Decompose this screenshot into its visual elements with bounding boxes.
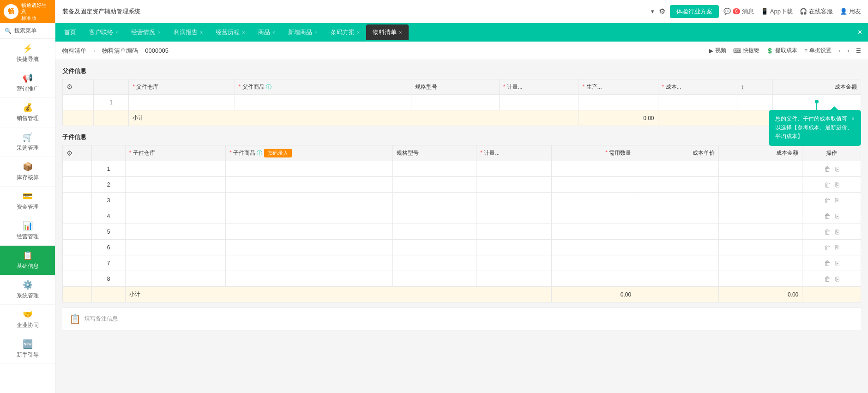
tab-barcode[interactable]: 条码方案 × bbox=[324, 24, 366, 40]
child-row-6-warehouse[interactable] bbox=[125, 240, 225, 255]
delete-row-5-button[interactable]: 🗑 bbox=[823, 228, 832, 236]
sidebar-item-inventory[interactable]: 📦 库存核算 bbox=[0, 157, 55, 187]
child-row-5-quantity[interactable] bbox=[552, 224, 635, 240]
delete-row-8-button[interactable]: 🗑 bbox=[823, 275, 832, 283]
sidebar-item-operations[interactable]: 📊 经营管理 bbox=[0, 216, 55, 246]
nav-next[interactable]: › bbox=[847, 48, 849, 54]
sidebar-item-quick-nav[interactable]: ⚡ 快捷导航 bbox=[0, 39, 55, 68]
tab-profit-close[interactable]: × bbox=[200, 30, 203, 35]
tab-bom-close[interactable]: × bbox=[399, 30, 402, 35]
child-row-7-warehouse[interactable] bbox=[125, 255, 225, 271]
child-row-4-warehouse[interactable] bbox=[125, 208, 225, 224]
app-download-item[interactable]: 📱 App下载 bbox=[761, 7, 793, 16]
online-service-item[interactable]: 🎧 在线客服 bbox=[800, 7, 833, 16]
delete-row-6-button[interactable]: 🗑 bbox=[823, 244, 832, 251]
delete-row-2-button[interactable]: 🗑 bbox=[823, 181, 832, 188]
delete-row-4-button[interactable]: 🗑 bbox=[823, 212, 832, 220]
delete-row-7-button[interactable]: 🗑 bbox=[823, 260, 832, 267]
child-row-2-unit[interactable] bbox=[476, 177, 552, 193]
copy-row-6-button[interactable]: ⎘ bbox=[834, 244, 840, 251]
child-row-8-unit[interactable] bbox=[476, 271, 552, 287]
sidebar-item-sales[interactable]: 💰 销售管理 bbox=[0, 98, 55, 127]
tab-history[interactable]: 经营历程 × bbox=[209, 24, 251, 40]
child-row-4-unit[interactable] bbox=[476, 208, 552, 224]
tab-new-goods-close[interactable]: × bbox=[314, 30, 317, 35]
copy-row-3-button[interactable]: ⎘ bbox=[834, 197, 840, 204]
child-row-8-warehouse[interactable] bbox=[125, 271, 225, 287]
parent-goods-info-icon[interactable]: ⓘ bbox=[266, 84, 271, 90]
delete-row-1-button[interactable]: 🗑 bbox=[823, 165, 832, 173]
child-row-8-goods[interactable] bbox=[226, 271, 393, 287]
child-row-2-quantity[interactable] bbox=[552, 177, 635, 193]
sidebar-item-purchase[interactable]: 🛒 采购管理 bbox=[0, 127, 55, 157]
child-row-1-goods[interactable] bbox=[226, 161, 393, 177]
child-row-5-warehouse[interactable] bbox=[125, 224, 225, 240]
note-icon[interactable]: 📋 bbox=[69, 314, 81, 325]
copy-row-4-button[interactable]: ⎘ bbox=[834, 212, 840, 220]
trial-button[interactable]: 体验行业方案 bbox=[670, 5, 719, 18]
child-row-6-goods[interactable] bbox=[226, 240, 393, 255]
parent-row-1-unit[interactable] bbox=[499, 95, 579, 110]
parent-row-1-cost[interactable] bbox=[658, 95, 737, 110]
sidebar-item-system[interactable]: ⚙️ 系统管理 bbox=[0, 275, 55, 305]
child-row-4-quantity[interactable] bbox=[552, 208, 635, 224]
tab-goods[interactable]: 商品 × bbox=[252, 24, 282, 40]
parent-row-1-warehouse[interactable] bbox=[129, 95, 235, 110]
child-row-7-unit[interactable] bbox=[476, 255, 552, 271]
sidebar-item-guide[interactable]: 🆕 新手引导 bbox=[0, 334, 55, 364]
child-row-6-unit[interactable] bbox=[476, 240, 552, 255]
tab-new-goods[interactable]: 新增商品 × bbox=[282, 24, 324, 40]
tab-history-close[interactable]: × bbox=[242, 30, 245, 35]
breadcrumb-bom-list[interactable]: 物料清单 bbox=[62, 47, 86, 55]
single-settings-action[interactable]: ≡ 单据设置 bbox=[804, 47, 832, 54]
user-item[interactable]: 👤 用友 bbox=[840, 7, 861, 16]
tab-business[interactable]: 经营情况 × bbox=[125, 24, 167, 40]
tab-profit[interactable]: 利润报告 × bbox=[167, 24, 209, 40]
child-row-4-goods[interactable] bbox=[226, 208, 393, 224]
tab-business-close[interactable]: × bbox=[157, 30, 160, 35]
sidebar-item-marketing[interactable]: 📢 营销推广 bbox=[0, 68, 55, 98]
shortcut-action[interactable]: ⌨ 快捷键 bbox=[733, 47, 760, 54]
child-row-6-quantity[interactable] bbox=[552, 240, 635, 255]
tab-customer-close[interactable]: × bbox=[115, 30, 118, 35]
copy-row-1-button[interactable]: ⎘ bbox=[834, 165, 840, 173]
parent-row-1-production[interactable] bbox=[579, 95, 658, 110]
message-item[interactable]: 💬 6 消息 bbox=[723, 7, 754, 16]
tab-bom[interactable]: 物料清单 × bbox=[366, 24, 408, 40]
child-row-1-warehouse[interactable] bbox=[125, 161, 225, 177]
view-mode[interactable]: ☰ bbox=[856, 48, 861, 54]
copy-row-2-button[interactable]: ⎘ bbox=[834, 181, 840, 188]
extract-cost-action[interactable]: 💲 提取成本 bbox=[766, 47, 797, 54]
copy-row-8-button[interactable]: ⎘ bbox=[834, 275, 840, 283]
breadcrumb-bom-code[interactable]: 物料清单编码 bbox=[102, 47, 138, 55]
child-row-5-goods[interactable] bbox=[226, 224, 393, 240]
tab-barcode-close[interactable]: × bbox=[357, 30, 360, 35]
child-row-2-warehouse[interactable] bbox=[125, 177, 225, 193]
search-menu[interactable]: 🔍 搜索菜单 bbox=[0, 23, 55, 39]
child-row-3-warehouse[interactable] bbox=[125, 193, 225, 208]
sidebar-item-finance[interactable]: 💳 资金管理 bbox=[0, 187, 55, 216]
tab-home[interactable]: 首页 bbox=[58, 24, 83, 40]
child-row-3-goods[interactable] bbox=[226, 193, 393, 208]
scan-input-button[interactable]: 扫码录入 bbox=[264, 149, 292, 157]
parent-row-1-goods[interactable] bbox=[235, 95, 411, 110]
child-goods-info-icon[interactable]: ⓘ bbox=[257, 150, 262, 156]
sidebar-item-enterprise[interactable]: 🤝 企业协同 bbox=[0, 305, 55, 334]
tab-goods-close[interactable]: × bbox=[272, 30, 275, 35]
settings-icon[interactable]: ⚙ bbox=[66, 83, 72, 91]
child-row-2-goods[interactable] bbox=[226, 177, 393, 193]
settings-gear-icon[interactable]: ⚙ bbox=[659, 7, 665, 16]
child-row-7-goods[interactable] bbox=[226, 255, 393, 271]
tab-customer[interactable]: 客户联络 × bbox=[83, 24, 125, 40]
nav-prev[interactable]: ‹ bbox=[838, 48, 840, 54]
close-all-tabs[interactable]: × bbox=[854, 28, 866, 36]
child-row-7-quantity[interactable] bbox=[552, 255, 635, 271]
system-dropdown[interactable]: ▾ bbox=[651, 8, 654, 15]
child-row-1-unit[interactable] bbox=[476, 161, 552, 177]
child-row-1-quantity[interactable] bbox=[552, 161, 635, 177]
child-settings-icon[interactable]: ⚙ bbox=[66, 149, 72, 157]
copy-row-7-button[interactable]: ⎘ bbox=[834, 260, 840, 267]
child-row-8-quantity[interactable] bbox=[552, 271, 635, 287]
child-row-3-quantity[interactable] bbox=[552, 193, 635, 208]
child-row-3-unit[interactable] bbox=[476, 193, 552, 208]
